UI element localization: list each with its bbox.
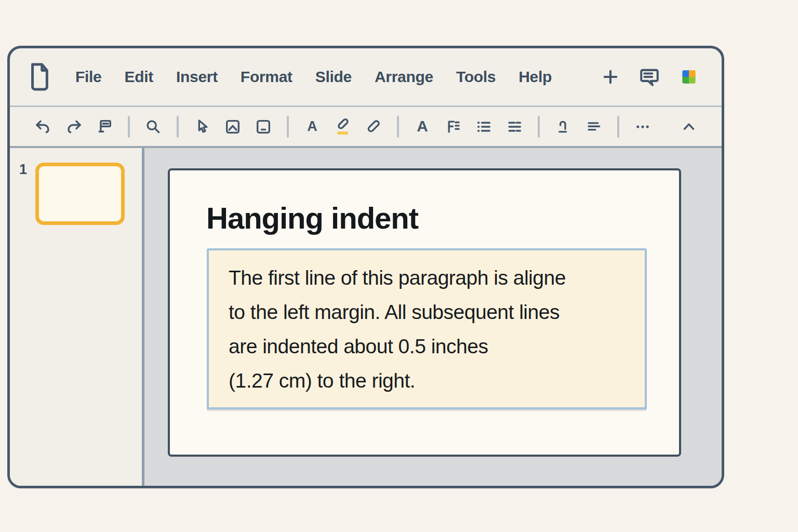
slide-textbox[interactable]: The first line of this paragraph is alig… xyxy=(207,248,647,409)
slide-thumbnail[interactable] xyxy=(35,163,125,225)
toolbar-separator xyxy=(128,116,130,138)
font-icon[interactable]: A xyxy=(413,117,432,136)
menu-item-file[interactable]: File xyxy=(75,68,101,86)
content-area: 1 Hanging indent The first line of this … xyxy=(10,148,722,486)
toolbar: A A xyxy=(10,107,722,146)
body-line: (1.27 cm) to the right. xyxy=(229,364,634,398)
slide-number: 1 xyxy=(19,162,27,178)
svg-text:A: A xyxy=(307,118,317,134)
menu-bar-right xyxy=(601,66,706,88)
undo-icon[interactable] xyxy=(34,117,52,136)
svg-text:A: A xyxy=(417,118,428,135)
indent-options-icon[interactable] xyxy=(505,117,524,136)
menu-item-insert[interactable]: Insert xyxy=(176,68,218,86)
toolbar-separator xyxy=(538,116,540,138)
slide-title[interactable]: Hanging indent xyxy=(206,201,418,235)
redo-icon[interactable] xyxy=(64,117,83,136)
more-icon[interactable] xyxy=(633,117,652,136)
text-color-icon[interactable]: A xyxy=(303,117,322,136)
menu-item-edit[interactable]: Edit xyxy=(124,68,153,86)
body-line: to the left margin. All subsequent lines xyxy=(229,295,634,329)
paint-format-icon[interactable] xyxy=(95,117,114,136)
numbered-list-icon[interactable] xyxy=(554,117,573,136)
slide-canvas: Hanging indent The first line of this pa… xyxy=(144,148,722,486)
menu-item-slide[interactable]: Slide xyxy=(315,68,352,86)
body-line: The first line of this paragraph is alig… xyxy=(229,261,634,295)
plus-icon[interactable] xyxy=(601,68,620,86)
menu-item-tools[interactable]: Tools xyxy=(456,68,496,86)
insert-textbox-icon[interactable] xyxy=(254,117,273,136)
insert-image-icon[interactable] xyxy=(223,117,242,136)
apps-grid-icon[interactable] xyxy=(679,67,699,87)
document-icon xyxy=(28,62,51,92)
slide[interactable]: Hanging indent The first line of this pa… xyxy=(168,168,681,457)
toolbar-separator xyxy=(287,116,289,138)
toolbar-separator xyxy=(397,116,399,138)
format-options-icon[interactable] xyxy=(444,117,462,136)
body-line: are indented about 0.5 inches xyxy=(229,329,634,364)
menu-item-format[interactable]: Format xyxy=(241,68,292,86)
pen-icon[interactable] xyxy=(364,117,383,136)
menu-bar: File Edit Insert Format Slide Arrange To… xyxy=(10,48,722,105)
menu-items: File Edit Insert Format Slide Arrange To… xyxy=(75,68,552,86)
toolbar-separator xyxy=(177,116,179,138)
select-cursor-icon[interactable] xyxy=(193,117,211,136)
menu-item-arrange[interactable]: Arrange xyxy=(375,68,433,86)
chevron-up-icon[interactable] xyxy=(679,117,699,137)
toolbar-separator xyxy=(617,116,619,138)
highlight-color-icon[interactable] xyxy=(334,117,352,136)
align-icon[interactable] xyxy=(584,117,603,136)
bulleted-list-icon[interactable] xyxy=(474,117,493,136)
menu-item-help[interactable]: Help xyxy=(518,68,552,86)
slides-panel: 1 xyxy=(10,148,142,486)
comment-icon[interactable] xyxy=(639,66,660,88)
app-window: File Edit Insert Format Slide Arrange To… xyxy=(7,46,724,488)
search-icon[interactable] xyxy=(144,117,163,136)
